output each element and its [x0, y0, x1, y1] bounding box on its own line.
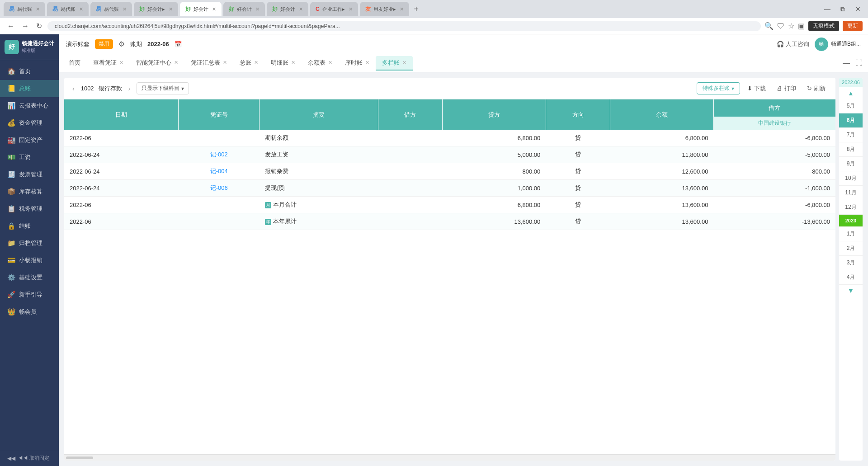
tab-close-3[interactable]: ✕	[123, 6, 127, 12]
tab-sequence-close[interactable]: ✕	[365, 60, 369, 66]
special-btn-label: 特殊多栏账	[703, 85, 730, 92]
tab-general-close[interactable]: ✕	[254, 60, 258, 66]
tab-detailed-close[interactable]: ✕	[291, 60, 295, 66]
tab-multi-column[interactable]: 多栏账 ✕	[376, 56, 413, 71]
tab-expand-icon[interactable]: ⛶	[854, 57, 864, 69]
sidebar-item-invoice[interactable]: 🧾 发票管理	[0, 166, 59, 183]
month-nav-feb-2023[interactable]: 2月	[839, 241, 863, 256]
print-button[interactable]: 🖨 打印	[773, 83, 800, 94]
sidebar-label-expense: 小畅报销	[19, 256, 42, 264]
restore-button[interactable]: ⧉	[836, 3, 849, 15]
sidebar-collapse-button[interactable]: ◀◀ ◀◀ 取消固定	[0, 450, 59, 466]
browser-tab-3[interactable]: 易 易代账 ✕	[90, 2, 132, 16]
tab-close-9[interactable]: ✕	[400, 6, 404, 12]
sidebar-item-archive[interactable]: 📁 归档管理	[0, 235, 59, 252]
update-button[interactable]: 更新	[843, 21, 863, 31]
sidebar-item-expense[interactable]: 💳 小畅报销	[0, 252, 59, 269]
consult-button[interactable]: 🎧 人工咨询	[777, 40, 809, 48]
month-nav-september[interactable]: 9月	[839, 157, 863, 171]
sidebar-item-ledger[interactable]: 📒 总账	[0, 80, 59, 97]
forward-button[interactable]: →	[20, 22, 31, 30]
sidebar-item-tax[interactable]: 📋 税务管理	[0, 200, 59, 217]
stealth-mode-button[interactable]: 无痕模式	[808, 21, 839, 31]
horizontal-scrollbar[interactable]	[64, 454, 835, 461]
refresh-button[interactable]: ↻ 刷新	[803, 83, 829, 94]
voucher-link-3[interactable]: 记-004	[210, 168, 228, 174]
special-ledger-button[interactable]: 特殊多栏账 ▾	[697, 82, 740, 94]
voucher-link-2[interactable]: 记-002	[210, 151, 228, 158]
sidebar-item-close[interactable]: 🔒 结账	[0, 217, 59, 235]
next-account-button[interactable]: ›	[127, 84, 132, 93]
tab-sequence[interactable]: 序时账 ✕	[339, 56, 376, 71]
sidebar-item-settings[interactable]: ⚙️ 基础设置	[0, 269, 59, 286]
tab-detailed-ledger[interactable]: 明细账 ✕	[264, 56, 302, 71]
month-nav-down-button[interactable]: ▼	[845, 285, 856, 297]
tab-home[interactable]: 首页	[62, 56, 87, 71]
settings-gear-icon[interactable]: ⚙	[118, 40, 125, 48]
sidebar-item-home[interactable]: 🏠 首页	[0, 63, 59, 80]
month-nav-december[interactable]: 12月	[839, 200, 863, 215]
month-nav-august[interactable]: 8月	[839, 142, 863, 157]
cell-direction-1: 贷	[546, 130, 610, 146]
tab-close-4[interactable]: ✕	[169, 6, 173, 12]
tab-minimize-icon[interactable]: —	[841, 57, 852, 69]
tab-close-8[interactable]: ✕	[349, 6, 353, 12]
sidebar-item-member[interactable]: 👑 畅会员	[0, 303, 59, 320]
star-icon[interactable]: ☆	[788, 22, 794, 30]
tab-multi-close[interactable]: ✕	[402, 60, 406, 66]
url-input[interactable]: cloud2.chanjet.com/accounting/uh26t264j5…	[47, 21, 761, 31]
sidebar-item-assets[interactable]: 🏭 固定资产	[0, 132, 59, 149]
tab-voucher-summary-close[interactable]: ✕	[223, 60, 227, 66]
sidebar-item-report[interactable]: 📊 云报表中心	[0, 97, 59, 114]
tab-smart-close[interactable]: ✕	[174, 60, 178, 66]
back-button[interactable]: ←	[5, 22, 16, 30]
filter-subcategory-button[interactable]: 只显示下级科目 ▾	[137, 82, 189, 94]
month-nav-october[interactable]: 10月	[839, 171, 863, 186]
close-button[interactable]: ✕	[852, 3, 864, 15]
tab-close-5[interactable]: ✕	[212, 6, 216, 12]
month-nav-november[interactable]: 11月	[839, 186, 863, 200]
demo-badge[interactable]: 禁用	[95, 39, 113, 49]
browser-tab-8[interactable]: C 企业工作▸ ✕	[310, 2, 358, 16]
month-nav-july[interactable]: 7月	[839, 128, 863, 142]
reload-button[interactable]: ↻	[34, 22, 44, 30]
month-nav-june[interactable]: 6月	[839, 113, 863, 128]
month-nav-apr-2023[interactable]: 4月	[839, 270, 863, 285]
calendar-icon[interactable]: 📅	[175, 41, 182, 47]
browser-tab-1[interactable]: 易 易代账 ✕	[4, 2, 45, 16]
tab-balance[interactable]: 余额表 ✕	[302, 56, 339, 71]
minimize-button[interactable]: —	[821, 3, 834, 15]
search-icon[interactable]: 🔍	[764, 22, 774, 30]
tab-balance-close[interactable]: ✕	[328, 60, 332, 66]
browser-tab-5[interactable]: 好 好会计 ✕	[180, 2, 222, 16]
logo-text-block: 畅捷通好会计 标准版	[22, 40, 54, 54]
browser-tab-7[interactable]: 好 好会计 ✕	[267, 2, 308, 16]
month-nav-may[interactable]: 5月	[839, 99, 863, 113]
sidebar-item-salary[interactable]: 💵 工资	[0, 149, 59, 166]
browser-tab-2[interactable]: 易 易代账 ✕	[47, 2, 89, 16]
tab-close-6[interactable]: ✕	[255, 6, 259, 12]
tab-general-ledger[interactable]: 总账 ✕	[233, 56, 264, 71]
new-tab-button[interactable]: +	[411, 4, 422, 14]
voucher-link-4[interactable]: 记-006	[210, 184, 228, 191]
tab-close-7[interactable]: ✕	[299, 6, 303, 12]
browser-tab-6[interactable]: 好 好会计 ✕	[223, 2, 265, 16]
prev-account-button[interactable]: ‹	[71, 84, 76, 93]
sidebar-item-capital[interactable]: 💰 资金管理	[0, 114, 59, 132]
month-nav-mar-2023[interactable]: 3月	[839, 256, 863, 270]
sidebar-item-guide[interactable]: 🚀 新手引导	[0, 286, 59, 303]
month-nav-up-button[interactable]: ▲	[845, 87, 856, 99]
browser-tab-4[interactable]: 好 好会计▸ ✕	[134, 2, 178, 16]
extensions-icon[interactable]: ▣	[798, 22, 805, 30]
download-button[interactable]: ⬇ 下载	[744, 83, 769, 94]
tab-close-1[interactable]: ✕	[36, 6, 40, 12]
tab-voucher-summary[interactable]: 凭证汇总表 ✕	[184, 56, 233, 71]
sidebar-item-inventory[interactable]: 📦 库存核算	[0, 183, 59, 200]
tab-voucher-close[interactable]: ✕	[119, 60, 123, 66]
month-nav-jan-2023[interactable]: 1月	[839, 227, 863, 241]
tab-close-2[interactable]: ✕	[79, 6, 83, 12]
scrollbar-thumb[interactable]	[66, 457, 93, 459]
tab-voucher-view[interactable]: 查看凭证 ✕	[87, 56, 130, 71]
tab-smart-voucher[interactable]: 智能凭证中心 ✕	[130, 56, 184, 71]
browser-tab-9[interactable]: 友 用友好业▸ ✕	[360, 2, 409, 16]
